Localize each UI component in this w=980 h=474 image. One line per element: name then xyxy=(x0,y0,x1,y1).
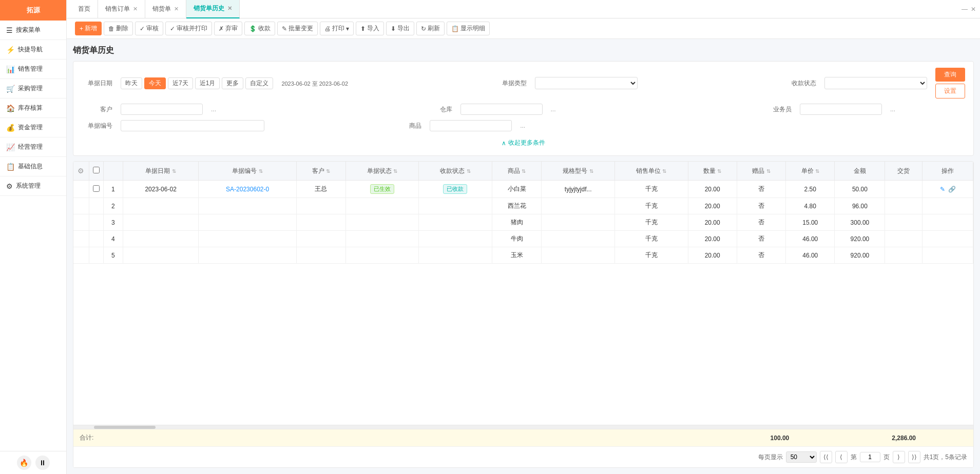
tab-sales-order[interactable]: 销售订单 ✕ xyxy=(98,0,145,18)
select-all-checkbox[interactable] xyxy=(93,167,100,173)
add-button[interactable]: + 新增 xyxy=(75,22,102,35)
cell-doc-no[interactable] xyxy=(198,198,296,214)
cell-doc-no[interactable] xyxy=(198,214,296,231)
sidebar-item-purchase-mgmt[interactable]: 🛒 采购管理 xyxy=(0,79,66,98)
cell-checkbox[interactable] xyxy=(89,198,103,214)
doc-number-input[interactable] xyxy=(121,120,264,131)
fire-button[interactable]: 🔥 xyxy=(17,456,31,470)
col-collect-status[interactable]: 收款状态 ⇅ xyxy=(419,162,492,181)
date-btn-custom[interactable]: 自定义 xyxy=(245,77,273,89)
col-unit-price[interactable]: 单价 ⇅ xyxy=(786,162,835,181)
abandon-button[interactable]: ✗ 弃审 xyxy=(214,22,242,35)
cell-doc-no[interactable]: SA-20230602-0 xyxy=(198,181,296,198)
date-btn-more[interactable]: 更多 xyxy=(222,77,243,89)
col-spec[interactable]: 规格型号 ⇅ xyxy=(542,162,615,181)
tab-close-sales-delivery[interactable]: ✕ xyxy=(174,6,179,12)
system-mgmt-icon: ⚙ xyxy=(6,182,13,190)
goods-dots[interactable]: ... xyxy=(520,122,525,129)
tab-close-sales-history[interactable]: ✕ xyxy=(227,5,232,12)
show-detail-button[interactable]: 📋 显示明细 xyxy=(447,22,490,35)
sidebar-item-operations[interactable]: 📈 经营管理 xyxy=(0,137,66,157)
import-button[interactable]: ⬆ 导入 xyxy=(356,22,384,35)
col-customer[interactable]: 客户 ⇅ xyxy=(297,162,345,181)
page-next-button[interactable]: ⟩ xyxy=(893,451,905,463)
warehouse-dots[interactable]: ... xyxy=(551,106,556,113)
doc-no-link[interactable]: SA-20230602-0 xyxy=(226,186,269,193)
col-unit[interactable]: 销售单位 ⇅ xyxy=(614,162,688,181)
cell-checkbox[interactable] xyxy=(89,231,103,247)
pause-button[interactable]: ⏸ xyxy=(35,456,50,470)
salesperson-label: 业务员 xyxy=(761,105,792,114)
setting-button[interactable]: 设置 xyxy=(935,84,965,98)
page-input[interactable]: 1 xyxy=(860,452,880,462)
scrollbar-thumb[interactable] xyxy=(94,426,156,429)
footer-total-amount: 2,286.00 xyxy=(892,434,916,442)
salesperson-dots[interactable]: ... xyxy=(890,106,895,113)
col-doc-no[interactable]: 单据编号 ⇅ xyxy=(198,162,296,181)
column-settings-button[interactable]: ⚙ xyxy=(76,166,85,176)
cell-checkbox[interactable] xyxy=(89,181,103,198)
sidebar-item-basic-info[interactable]: 📋 基础信息 xyxy=(0,157,66,176)
audit-print-button[interactable]: ✓ 审核并打印 xyxy=(165,22,212,35)
batch-change-button[interactable]: ✎ 批量变更 xyxy=(277,22,318,35)
sidebar-item-label: 搜索菜单 xyxy=(16,26,41,34)
sidebar-item-label: 采购管理 xyxy=(18,84,43,93)
sort-icon-gift: ⇅ xyxy=(766,168,771,174)
sidebar-item-search-menu[interactable]: ☰ 搜索菜单 xyxy=(0,21,66,40)
sidebar-item-system-mgmt[interactable]: ⚙ 系统管理 xyxy=(0,176,66,196)
collect-status-select[interactable] xyxy=(824,77,927,89)
quick-nav-icon: ⚡ xyxy=(6,46,15,54)
col-gift[interactable]: 赠品 ⇅ xyxy=(737,162,785,181)
sidebar-bottom: 🔥 ⏸ xyxy=(0,451,66,474)
delete-button[interactable]: 🗑 删除 xyxy=(104,22,133,35)
tab-home[interactable]: 首页 xyxy=(71,0,98,18)
sidebar-item-inventory[interactable]: 🏠 库存核算 xyxy=(0,98,66,118)
doc-type-select[interactable] xyxy=(535,77,638,89)
sidebar-item-quick-nav[interactable]: ⚡ 快捷导航 xyxy=(0,40,66,60)
edit-icon[interactable]: ✎ xyxy=(940,186,945,193)
cell-doc-no[interactable] xyxy=(198,247,296,264)
sidebar-item-finance[interactable]: 💰 资金管理 xyxy=(0,118,66,137)
audit-button[interactable]: ✓ 审核 xyxy=(135,22,163,35)
window-close-icon[interactable]: ✕ xyxy=(971,6,976,13)
row-checkbox[interactable] xyxy=(93,185,100,192)
link-icon[interactable]: 🔗 xyxy=(948,186,956,193)
page-last-button[interactable]: ⟩⟩ xyxy=(908,451,920,463)
sidebar-item-label: 库存核算 xyxy=(18,104,43,112)
col-date[interactable]: 单据日期 ⇅ xyxy=(123,162,199,181)
collect-button[interactable]: 💲 收款 xyxy=(244,22,275,35)
date-btn-1month[interactable]: 近1月 xyxy=(195,77,220,89)
tab-sales-delivery[interactable]: 销货单 ✕ xyxy=(145,0,186,18)
sidebar-item-sales-mgmt[interactable]: 📊 销售管理 xyxy=(0,60,66,79)
col-goods[interactable]: 商品 ⇅ xyxy=(492,162,542,181)
warehouse-input[interactable] xyxy=(460,104,543,115)
page-content: 销货单历史 单据日期 昨天 今天 近7天 近1月 更多 自定义 2023-06-… xyxy=(67,39,980,474)
date-btn-7days[interactable]: 近7天 xyxy=(168,77,193,89)
cell-doc-no[interactable] xyxy=(198,231,296,247)
horizontal-scrollbar[interactable] xyxy=(73,425,973,429)
cell-customer: 王总 xyxy=(297,181,345,198)
page-first-button[interactable]: ⟨⟨ xyxy=(820,451,832,463)
print-button[interactable]: 🖨 打印 ▾ xyxy=(320,22,354,35)
query-button[interactable]: 查询 xyxy=(935,68,965,82)
filter-collapse[interactable]: ∧ 收起更多条件 xyxy=(82,136,965,149)
export-button[interactable]: ⬇ 导出 xyxy=(386,22,414,35)
window-minimize-icon[interactable]: — xyxy=(962,6,968,13)
col-qty[interactable]: 数量 ⇅ xyxy=(688,162,737,181)
customer-dots[interactable]: ... xyxy=(211,106,216,113)
page-prev-button[interactable]: ⟨ xyxy=(835,451,848,463)
goods-input[interactable] xyxy=(430,120,512,131)
refresh-button[interactable]: ↻ 刷新 xyxy=(416,22,445,35)
per-page-select[interactable]: 50 100 200 xyxy=(786,451,817,463)
salesperson-input[interactable] xyxy=(800,104,882,115)
table-scroll[interactable]: ⚙ 单据日期 ⇅ 单据编号 xyxy=(73,162,973,425)
table-section: ⚙ 单据日期 ⇅ 单据编号 xyxy=(73,161,974,468)
col-doc-status[interactable]: 单据状态 ⇅ xyxy=(345,162,419,181)
tab-close-sales-order[interactable]: ✕ xyxy=(133,6,138,12)
date-btn-today[interactable]: 今天 xyxy=(144,77,166,89)
tab-sales-history[interactable]: 销货单历史 ✕ xyxy=(186,0,240,18)
cell-checkbox[interactable] xyxy=(89,214,103,231)
date-btn-yesterday[interactable]: 昨天 xyxy=(121,77,142,89)
customer-input[interactable] xyxy=(121,104,203,115)
cell-checkbox[interactable] xyxy=(89,247,103,264)
